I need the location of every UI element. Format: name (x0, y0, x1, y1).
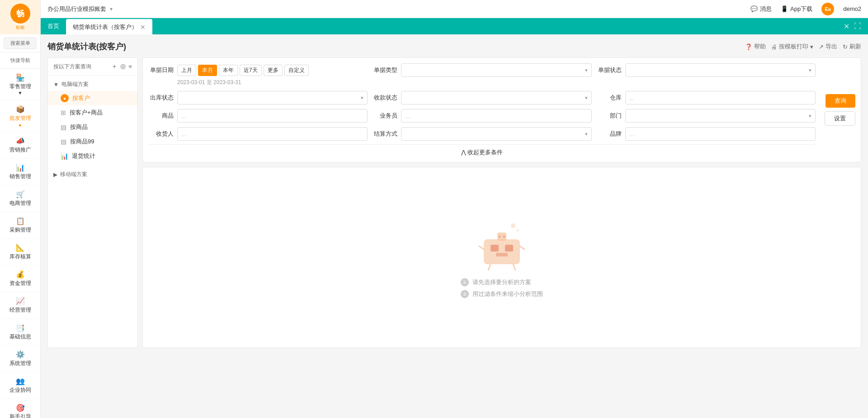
user-name[interactable]: demo2 (843, 5, 861, 12)
settlement-input[interactable]: ▾ (401, 127, 591, 141)
svg-line-8 (520, 246, 524, 249)
sidebar-quick-nav[interactable]: 快捷导航 (0, 52, 40, 69)
filter-grid: 单据日期 上月 本月 本年 近7天 更多 自定义 (148, 63, 816, 141)
dept-label: 部门 (596, 112, 622, 120)
svg-line-9 (488, 264, 491, 270)
docstatus-input[interactable]: ▾ (625, 63, 816, 77)
tab-maximize-button[interactable]: ⛶ (854, 22, 861, 30)
sidebar-item-guide[interactable]: 🎯 新手引导 (0, 399, 40, 418)
sidebar-item-purchase[interactable]: 📋 采购管理 (0, 212, 40, 239)
print-dropdown-icon[interactable]: ▾ (810, 43, 813, 50)
arrow-icon: ▲ (18, 122, 23, 127)
add-scheme-icon[interactable]: ＋ (111, 62, 118, 71)
download-icon: 📱 (781, 5, 788, 12)
tab-sales-stats[interactable]: 销货单统计表（按客户） ✕ (66, 19, 152, 35)
sidebar-item-inventory[interactable]: 📐 库存核算 (0, 239, 40, 266)
warehouse-label: 仓库 (596, 94, 622, 102)
user-avatar-text: Ea (825, 6, 831, 12)
warehouse-placeholder: ... (629, 95, 634, 101)
doctype-input[interactable]: ▾ (401, 63, 591, 77)
sidebar-item-management[interactable]: 📈 经营管理 (0, 292, 40, 319)
message-button[interactable]: 💬 消息 (750, 5, 772, 13)
sidebar-item-retail[interactable]: 🏪 零售管理 ▼ (0, 69, 40, 100)
tab-sales-stats-label: 销货单统计表（按客户） (73, 23, 137, 31)
scheme-item-return-stats[interactable]: 📊 退货统计 (48, 149, 137, 163)
outstatus-input[interactable]: ▾ (177, 91, 368, 104)
app-download-button[interactable]: 📱 App下载 (781, 5, 812, 13)
sidebar-item-collab[interactable]: 👥 企业协同 (0, 372, 40, 399)
svg-rect-2 (505, 245, 513, 252)
page-title-bar: 销货单统计表(按客户) ❓ 帮助 🖨 按模板打印 ▾ ↗ 导出 ↻ 刷新 (47, 41, 861, 52)
settings-button[interactable]: 设置 (825, 111, 855, 126)
edit-scheme-icon[interactable]: ◎ (120, 62, 126, 71)
date-shortcuts: 上月 本月 本年 近7天 更多 自定义 (177, 65, 309, 76)
scheme-group-desktop-header[interactable]: ▼ 电脑端方案 (48, 78, 137, 91)
scheme-item-by-goods[interactable]: ▤ 按商品 (48, 120, 137, 134)
tab-close-icon[interactable]: ✕ (140, 24, 146, 31)
svg-point-11 (511, 223, 515, 228)
print-icon: 🖨 (771, 43, 777, 50)
scheme-group-mobile: ▶ 移动端方案 (48, 166, 137, 183)
tip-num-1: ① (461, 278, 469, 286)
consignee-label: 收货人 (148, 130, 174, 138)
filter-btn-column: 查询 设置 (819, 58, 861, 162)
scheme-panel-actions: ＋ ◎ « (111, 62, 132, 71)
date-btn-7days[interactable]: 近7天 (240, 65, 262, 76)
filter-warehouse-item: 仓库 ... (596, 91, 816, 104)
header-left: 办公用品行业模拟账套 ▾ (47, 5, 113, 13)
tab-close-button[interactable]: ✕ (844, 22, 849, 31)
paystatus-input[interactable]: ▾ (401, 91, 591, 104)
print-button[interactable]: 🖨 按模板打印 ▾ (771, 43, 813, 51)
collapse-bar[interactable]: ⋀ 收起更多条件 (148, 144, 816, 160)
scheme-item-by-customer[interactable]: ● 按客户 (48, 91, 137, 105)
search-menu-button[interactable]: 搜索菜单 (4, 37, 37, 49)
export-button[interactable]: ↗ 导出 (819, 43, 837, 51)
empty-tip-2: ② 用过滤条件来缩小分析范围 (461, 290, 543, 298)
svg-point-12 (516, 229, 519, 232)
sidebar-item-basicinfo[interactable]: 📑 基础信息 (0, 319, 40, 346)
quick-nav-button[interactable]: 快捷导航 (0, 55, 40, 66)
docstatus-dropdown-icon: ▾ (809, 67, 811, 73)
sidebar-item-finance[interactable]: 💰 资金管理 (0, 266, 40, 292)
collapse-scheme-icon[interactable]: « (128, 62, 132, 71)
user-avatar[interactable]: Ea (821, 3, 834, 15)
sidebar-item-sales[interactable]: 📊 销售管理 (0, 159, 40, 185)
scheme-group-desktop: ▼ 电脑端方案 ● 按客户 ⊞ 按客户+商品 ▤ 按商品 (48, 76, 137, 166)
date-btn-more[interactable]: 更多 (264, 65, 283, 76)
filter-daterange-display: 2023-03-01 至 2023-03-31 (148, 79, 368, 86)
scheme-item-by-goods-99[interactable]: ▤ 按商品99 (48, 134, 137, 149)
table-area: ① 请先选择要分析的方案 ② 用过滤条件来缩小分析范围 (142, 167, 861, 348)
refresh-button[interactable]: ↻ 刷新 (843, 43, 861, 51)
date-btn-custom[interactable]: 自定义 (284, 65, 309, 76)
brand-input[interactable]: ... (625, 127, 816, 141)
scheme-item-by-customer-goods[interactable]: ⊞ 按客户+商品 (48, 105, 137, 120)
query-button[interactable]: 查询 (826, 94, 855, 108)
tab-home[interactable]: 首页 (41, 18, 66, 34)
sidebar-item-ecommerce[interactable]: 🛒 电商管理 (0, 185, 40, 212)
dropdown-arrow-icon[interactable]: ▾ (110, 6, 113, 12)
message-icon: 💬 (750, 5, 758, 12)
svg-rect-3 (496, 253, 508, 256)
scheme-group-mobile-header[interactable]: ▶ 移动端方案 (48, 168, 137, 181)
scheme-bar-icon: ▤ (61, 138, 66, 145)
salesperson-input[interactable]: ... (401, 109, 591, 123)
help-button[interactable]: ❓ 帮助 (745, 43, 766, 51)
outstatus-label: 出库状态 (148, 94, 174, 102)
warehouse-input[interactable]: ... (625, 91, 816, 104)
goods-input[interactable]: ... (177, 109, 368, 123)
collab-icon: 👥 (16, 377, 25, 385)
date-btn-last-month[interactable]: 上月 (177, 65, 196, 76)
date-btn-this-month[interactable]: 本月 (198, 65, 217, 76)
sidebar-item-marketing[interactable]: 📣 营销推广 (0, 132, 40, 159)
filter-dept-item: 部门 ▾ (596, 109, 816, 123)
empty-tips: ① 请先选择要分析的方案 ② 用过滤条件来缩小分析范围 (461, 278, 543, 298)
date-btn-this-year[interactable]: 本年 (219, 65, 238, 76)
dept-input[interactable]: ▾ (625, 109, 816, 123)
consignee-input[interactable]: ... (177, 127, 368, 141)
scheme-panel: 按以下方案查询 ＋ ◎ « ▼ 电脑端方案 ● 按客户 (47, 57, 138, 348)
group-expand-icon: ▶ (53, 171, 57, 178)
scheme-table-icon: ▤ (61, 124, 66, 131)
sidebar-item-wholesale[interactable]: 📦 批发管理 ▲ (0, 100, 40, 132)
sidebar-item-system[interactable]: ⚙️ 系统管理 (0, 346, 40, 372)
filter-docstatus-item: 单据状态 ▾ (596, 63, 816, 77)
